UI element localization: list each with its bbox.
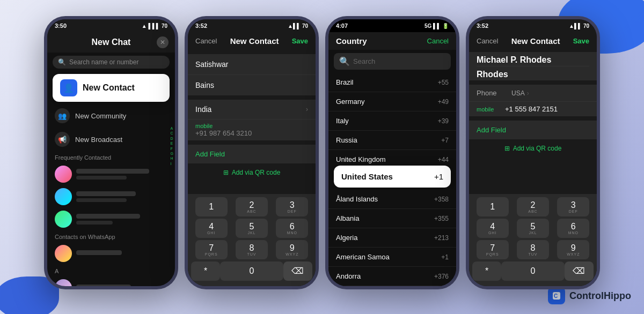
country-row-2[interactable]: India › — [188, 100, 316, 119]
close-button[interactable]: ✕ — [157, 36, 169, 48]
country-algeria[interactable]: Algeria +213 — [328, 228, 456, 248]
first-name-display[interactable]: Michael P. Rhodes — [469, 52, 597, 66]
key4-9[interactable]: 9WXYZ — [557, 240, 589, 259]
community-label: New Community — [75, 112, 126, 120]
status-icons-2: ▲▌▌ 70 — [288, 23, 308, 29]
country-italy[interactable]: Italy +39 — [328, 111, 456, 131]
country-germany[interactable]: Germany +49 — [328, 92, 456, 111]
country-uk[interactable]: United Kingdom +44 — [328, 150, 456, 163]
contact-sub-bar-2 — [76, 198, 127, 202]
mobile-row-4[interactable]: mobile +1 555 847 2151 — [469, 101, 597, 116]
menu-item-broadcast[interactable]: 📢 New Broadcast — [47, 128, 175, 151]
avatar-3 — [55, 211, 72, 228]
key-4[interactable]: 4GHI — [195, 219, 228, 238]
keypad-row-4-3: 7PQRS 8TUV 9WXYZ — [472, 240, 594, 259]
key-2[interactable]: 2ABC — [236, 197, 268, 216]
status-bar-3: 4:07 5G ▌▌ 🔋 — [328, 19, 456, 32]
cancel-btn-2[interactable]: Cancel — [195, 37, 217, 45]
contact-info-2 — [76, 191, 167, 202]
key-5[interactable]: 5JKL — [236, 219, 268, 238]
contact-row-5 — [47, 276, 175, 286]
new-contact-icon: 👤 — [60, 79, 77, 96]
first-name-field[interactable]: Satishwar — [188, 54, 316, 75]
search-bar[interactable]: 🔍 Search name or number — [53, 56, 170, 69]
search-icon: 🔍 — [58, 58, 66, 66]
first-name-value: Satishwar — [195, 60, 228, 69]
contact-row-2 — [47, 185, 175, 208]
key4-3[interactable]: 3DEF — [557, 197, 589, 216]
mobile-number-4: +1 555 847 2151 — [505, 105, 558, 113]
key4-0[interactable]: 0 — [501, 261, 565, 281]
key4-5[interactable]: 5JKL — [517, 219, 549, 238]
avatar-1 — [55, 166, 72, 183]
logo-text: ControlHippo — [569, 290, 631, 302]
keypad-row-4-4: * 0 ⌫ — [472, 261, 594, 281]
country-code-display: USA — [511, 89, 525, 97]
key-6[interactable]: 6MNO — [276, 219, 308, 238]
phone-1-screen: 3:50 ▲ ▌▌▌ 70 New Chat ✕ 🔍 Search — [47, 19, 175, 286]
status-bar-2: 3:52 ▲▌▌ 70 — [188, 19, 316, 32]
us-popup-name: United States — [341, 172, 393, 181]
key4-8[interactable]: 8TUV — [517, 240, 549, 259]
wifi-icon: ▲ — [142, 23, 147, 29]
mobile-label-4: mobile — [477, 106, 501, 113]
last-name-display[interactable]: Rhodes — [469, 66, 597, 80]
qr-row-4[interactable]: ⊞ Add via QR code — [469, 139, 597, 158]
key-star[interactable]: * — [191, 261, 220, 281]
country-cancel-btn[interactable]: Cancel — [427, 37, 449, 45]
contact-name-bar-3 — [76, 214, 140, 219]
add-field-btn-4[interactable]: Add Field — [469, 121, 597, 139]
form-header-4: Cancel New Contact Save — [469, 32, 597, 50]
key4-star[interactable]: * — [472, 261, 501, 281]
key4-1[interactable]: 1 — [477, 197, 509, 216]
key-7[interactable]: 7PQRS — [195, 240, 228, 259]
new-contact-popup[interactable]: 👤 New Contact — [53, 74, 170, 102]
key4-2[interactable]: 2ABC — [517, 197, 549, 216]
menu-item-community[interactable]: 👥 New Community — [47, 104, 175, 128]
mobile-row-2[interactable]: mobile +91 987 654 3210 — [188, 119, 316, 140]
phone-1: 3:50 ▲ ▌▌▌ 70 New Chat ✕ 🔍 Search — [44, 16, 178, 289]
cancel-btn-4[interactable]: Cancel — [477, 37, 498, 45]
status-icons-3: 5G ▌▌ 🔋 — [425, 23, 449, 29]
key-9[interactable]: 9WXYZ — [276, 240, 308, 259]
country-brazil[interactable]: Brazil +55 — [328, 73, 456, 92]
key-0[interactable]: 0 — [220, 261, 283, 281]
key4-4[interactable]: 4GHI — [477, 219, 509, 238]
key-8[interactable]: 8TUV — [236, 240, 268, 259]
key4-delete[interactable]: ⌫ — [565, 261, 594, 281]
country-search[interactable]: 🔍 Search — [334, 53, 451, 70]
country-search-placeholder: Search — [353, 57, 375, 65]
last-name-field[interactable]: Bains — [188, 75, 316, 95]
country-albania[interactable]: Albania +355 — [328, 209, 456, 228]
keypad-row-4-2: 4GHI 5JKL 6MNO — [472, 219, 594, 238]
country-russia[interactable]: Russia +7 — [328, 131, 456, 150]
phone-country-display[interactable]: USA › — [511, 89, 529, 97]
phone1-screen: 3:50 ▲ ▌▌▌ 70 New Chat ✕ 🔍 Search — [47, 19, 175, 286]
key4-6[interactable]: 6MNO — [557, 219, 589, 238]
signal-icon: ▌▌▌ — [149, 23, 160, 29]
add-field-btn-2[interactable]: Add Field — [188, 145, 316, 163]
logo-icon: C — [548, 287, 565, 304]
country-value-2: India — [195, 105, 211, 114]
time-4: 3:52 — [477, 23, 488, 29]
country-andorra[interactable]: Andorra +376 — [328, 267, 456, 286]
qr-row-2[interactable]: ⊞ Add via QR code — [188, 163, 316, 182]
phone3-screen: 4:07 5G ▌▌ 🔋 Country Cancel 🔍 Search — [328, 19, 456, 286]
country-aland[interactable]: Åland Islands +358 — [328, 190, 456, 209]
country-american-samoa[interactable]: American Samoa +1 — [328, 248, 456, 267]
keypad-row-3: 7PQRS 8TUV 9WXYZ — [191, 240, 312, 259]
qr-icon-4: ⊞ — [504, 145, 510, 152]
phone-4: 3:52 ▲▌▌ 70 Cancel New Contact Save Mich… — [466, 16, 600, 289]
key-1[interactable]: 1 — [195, 197, 228, 216]
key-delete[interactable]: ⌫ — [283, 261, 312, 281]
contact-info-4 — [76, 250, 167, 257]
key4-7[interactable]: 7PQRS — [477, 240, 509, 259]
us-popup: United States +1 — [334, 166, 451, 188]
name-fields-4: Michael P. Rhodes Rhodes — [469, 52, 597, 80]
avatar-4 — [55, 245, 72, 262]
contact-row-3 — [47, 208, 175, 230]
save-btn-2[interactable]: Save — [292, 37, 308, 45]
save-btn-4[interactable]: Save — [573, 37, 589, 45]
time-2: 3:52 — [195, 23, 207, 29]
key-3[interactable]: 3DEF — [276, 197, 308, 216]
